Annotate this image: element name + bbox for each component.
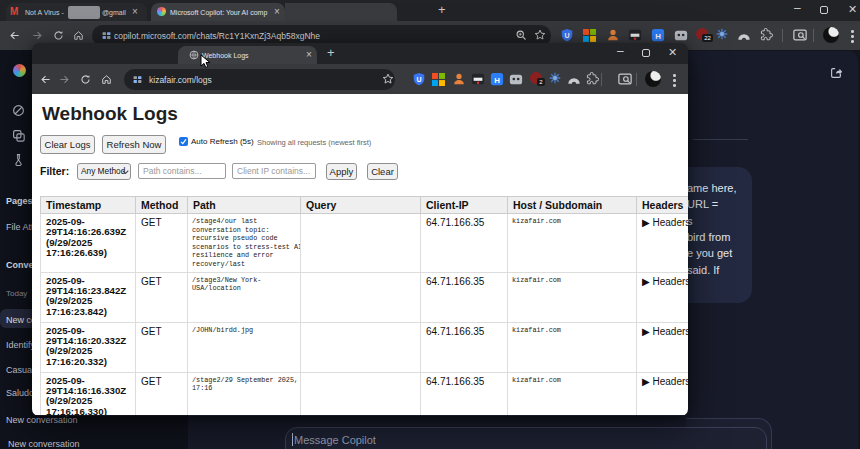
svg-text:H: H: [655, 32, 661, 41]
svg-text:H: H: [494, 76, 500, 85]
svg-text:U: U: [564, 32, 569, 39]
svg-text:U: U: [416, 76, 421, 83]
